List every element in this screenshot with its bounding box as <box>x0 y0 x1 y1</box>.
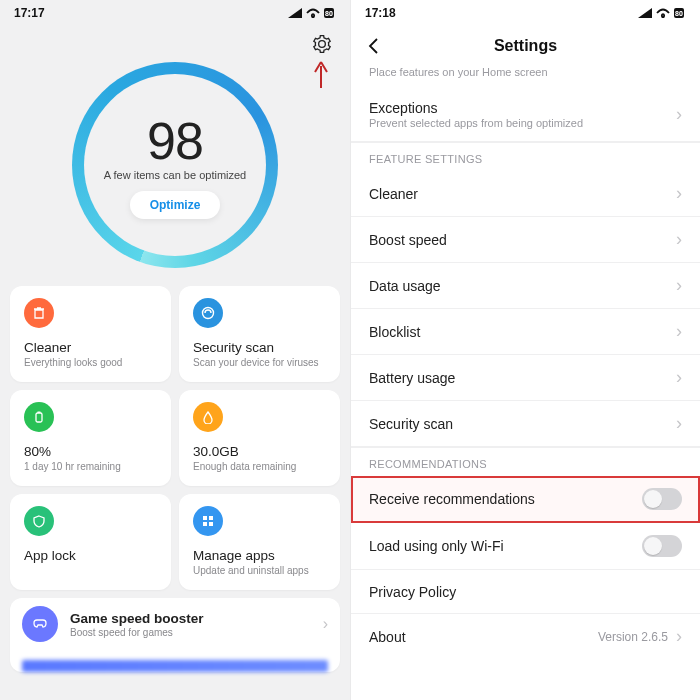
status-time: 17:18 <box>365 6 396 20</box>
battery-icon: 80 <box>324 7 336 19</box>
row-security-scan[interactable]: Security scan › <box>351 401 700 447</box>
section-recommendations: RECOMMENDATIONS <box>351 447 700 476</box>
back-button[interactable] <box>365 37 383 55</box>
shield-icon <box>24 506 54 536</box>
score-ring: 98 A few items can be optimized Optimize <box>72 62 278 268</box>
status-icons: 80 <box>288 7 336 19</box>
svg-text:80: 80 <box>325 10 333 17</box>
card-manage-apps[interactable]: Manage apps Update and uninstall apps <box>179 494 340 590</box>
scan-icon <box>193 298 223 328</box>
card-battery[interactable]: 80% 1 day 10 hr remaining <box>10 390 171 486</box>
row-label: About <box>369 629 406 645</box>
header-bar: Settings <box>351 26 700 66</box>
row-battery-usage[interactable]: Battery usage › <box>351 355 700 401</box>
card-title: Security scan <box>193 340 326 355</box>
gear-icon[interactable] <box>312 34 332 54</box>
card-sub: Scan your device for viruses <box>193 357 326 368</box>
chevron-right-icon: › <box>676 183 682 204</box>
card-sub: Everything looks good <box>24 357 157 368</box>
row-label: Exceptions <box>369 100 583 116</box>
signal-icon <box>288 8 302 18</box>
battery-icon: 80 <box>674 7 686 19</box>
row-label: Boost speed <box>369 232 447 248</box>
row-receive-recommendations[interactable]: Receive recommendations <box>351 476 700 523</box>
partial-row-sub: Place features on your Home screen <box>351 66 700 88</box>
row-boost-speed[interactable]: Boost speed › <box>351 217 700 263</box>
chevron-right-icon: › <box>323 615 328 633</box>
svg-point-2 <box>203 308 214 319</box>
row-label: Receive recommendations <box>369 491 535 507</box>
optimize-button[interactable]: Optimize <box>130 191 221 219</box>
card-sub: Enough data remaining <box>193 461 326 472</box>
card-security-scan[interactable]: Security scan Scan your device for virus… <box>179 286 340 382</box>
page-title: Settings <box>351 37 700 55</box>
status-bar: 17:18 80 <box>351 0 700 26</box>
apps-icon <box>193 506 223 536</box>
status-icons: 80 <box>638 7 686 19</box>
row-about[interactable]: About Version 2.6.5 › <box>351 614 700 659</box>
card-title: Manage apps <box>193 548 326 563</box>
section-feature-settings: FEATURE SETTINGS <box>351 142 700 171</box>
row-data-usage[interactable]: Data usage › <box>351 263 700 309</box>
status-time: 17:17 <box>14 6 45 20</box>
card-title: Cleaner <box>24 340 157 355</box>
card-sub: 1 day 10 hr remaining <box>24 461 157 472</box>
row-label: Data usage <box>369 278 441 294</box>
drop-icon <box>193 402 223 432</box>
card-app-lock[interactable]: App lock <box>10 494 171 590</box>
svg-rect-3 <box>36 413 42 422</box>
row-privacy-policy[interactable]: Privacy Policy <box>351 570 700 614</box>
top-bar <box>0 26 350 62</box>
svg-rect-5 <box>203 516 207 520</box>
wifi-icon <box>306 8 320 18</box>
card-title: 80% <box>24 444 157 459</box>
row-exceptions[interactable]: Exceptions Prevent selected apps from be… <box>351 88 700 142</box>
wide-title: Game speed booster <box>70 611 204 626</box>
chevron-right-icon: › <box>676 229 682 250</box>
row-load-wifi-only[interactable]: Load using only Wi-Fi <box>351 523 700 570</box>
chevron-right-icon: › <box>676 367 682 388</box>
trash-icon <box>24 298 54 328</box>
card-game-booster[interactable]: Game speed booster Boost speed for games… <box>10 598 340 672</box>
card-title: 30.0GB <box>193 444 326 459</box>
chevron-right-icon: › <box>676 104 682 125</box>
row-blocklist[interactable]: Blocklist › <box>351 309 700 355</box>
svg-rect-4 <box>38 412 41 414</box>
card-sub: Update and uninstall apps <box>193 565 326 576</box>
score-subtitle: A few items can be optimized <box>104 169 246 181</box>
wifi-icon <box>656 8 670 18</box>
status-bar: 17:17 80 <box>0 0 350 26</box>
security-app-screen: 17:17 80 98 A few items can be optimized… <box>0 0 350 700</box>
wide-sub: Boost speed for games <box>70 627 204 638</box>
gamepad-icon <box>22 606 58 642</box>
row-label: Cleaner <box>369 186 418 202</box>
row-label: Load using only Wi-Fi <box>369 538 504 554</box>
chevron-right-icon: › <box>676 275 682 296</box>
feature-grid: Cleaner Everything looks good Security s… <box>10 286 340 590</box>
card-data[interactable]: 30.0GB Enough data remaining <box>179 390 340 486</box>
card-cleaner[interactable]: Cleaner Everything looks good <box>10 286 171 382</box>
battery-icon <box>24 402 54 432</box>
row-label: Privacy Policy <box>369 584 456 600</box>
signal-icon <box>638 8 652 18</box>
toggle-receive-recommendations[interactable] <box>642 488 682 510</box>
svg-rect-6 <box>209 516 213 520</box>
score-ring-area: 98 A few items can be optimized Optimize <box>0 62 350 268</box>
svg-rect-7 <box>203 522 207 526</box>
chevron-right-icon: › <box>676 413 682 434</box>
up-arrow-annotation <box>312 60 330 90</box>
toggle-load-wifi-only[interactable] <box>642 535 682 557</box>
row-label: Security scan <box>369 416 453 432</box>
about-version: Version 2.6.5 <box>598 630 668 644</box>
row-cleaner[interactable]: Cleaner › <box>351 171 700 217</box>
row-sub: Prevent selected apps from being optimiz… <box>369 117 583 129</box>
chevron-right-icon: › <box>676 321 682 342</box>
svg-text:80: 80 <box>675 10 683 17</box>
settings-screen: 17:18 80 Settings Place features on your… <box>350 0 700 700</box>
svg-rect-8 <box>209 522 213 526</box>
row-label: Battery usage <box>369 370 455 386</box>
chevron-right-icon: › <box>676 626 682 647</box>
score-value: 98 <box>147 111 203 171</box>
blurred-bottom-bar <box>22 660 328 672</box>
row-label: Blocklist <box>369 324 420 340</box>
